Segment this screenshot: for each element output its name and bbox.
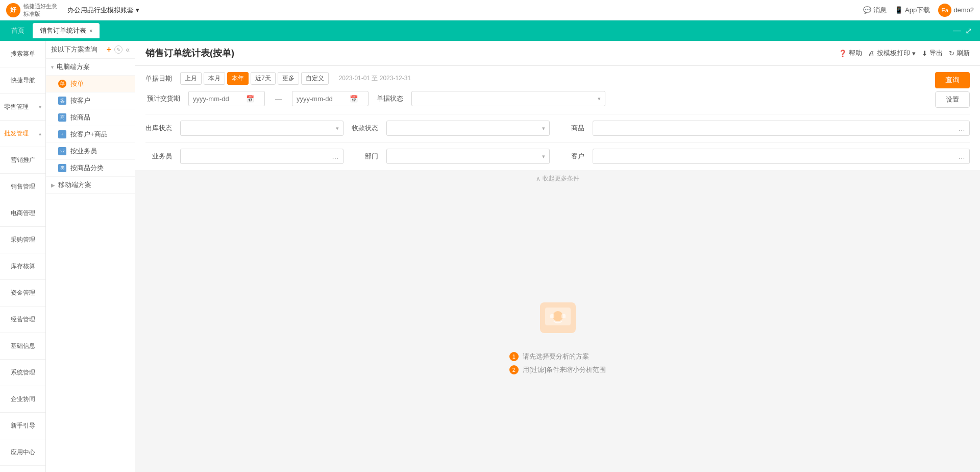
filter-row-4: 业务员 … 部门 ▾ 客户 …: [145, 149, 970, 164]
scheme-item-by-order[interactable]: 单 按单: [46, 76, 135, 92]
tab-home[interactable]: 首页: [4, 23, 32, 38]
goods-dots-icon[interactable]: …: [958, 124, 965, 132]
avatar: Ea: [938, 4, 951, 17]
print-arrow-icon: ▾: [912, 50, 916, 57]
app-download-btn[interactable]: 📱 App下载: [895, 6, 930, 15]
scheme-item-by-customer-goods[interactable]: + 按客户+商品: [46, 126, 135, 143]
message-btn[interactable]: 💬 消息: [863, 6, 887, 15]
sidebar-item-purchase[interactable]: 采购管理: [0, 227, 45, 253]
dept-select[interactable]: ▾: [386, 149, 550, 164]
date-btn-7days[interactable]: 近7天: [251, 72, 276, 85]
mobile-group-arrow-icon: ▶: [51, 182, 55, 188]
refresh-btn[interactable]: ↻ 刷新: [949, 49, 970, 58]
scheme-icon-goods: 商: [58, 113, 66, 122]
customer-select[interactable]: …: [593, 149, 970, 164]
nav-tab-actions: — ⤢: [953, 26, 976, 36]
date-range-text: 2023-01-01 至 2023-12-31: [339, 74, 411, 83]
sidebar-item-search[interactable]: 搜索菜单: [0, 41, 45, 67]
empty-illustration: [527, 285, 589, 346]
pay-status-label: 收款状态: [352, 124, 378, 133]
scheme-group-mobile: ▶ 移动端方案: [46, 177, 135, 194]
empty-state: 1 请先选择要分析的方案 2 用[过滤]条件来缩小分析范围: [135, 187, 980, 472]
svg-rect-4: [561, 314, 566, 318]
filter-row-3: 出库状态 ▾ 收款状态 ▾ 商品 …: [145, 121, 970, 136]
sidebar-item-enterprise[interactable]: 企业协同: [0, 386, 45, 413]
collapse-panel-btn[interactable]: «: [126, 45, 130, 54]
right-action-col: 查询 设置: [935, 72, 970, 108]
sidebar-item-sales[interactable]: 销售管理: [0, 174, 45, 200]
sidebar-item-marketing[interactable]: 营销推广: [0, 147, 45, 174]
settings-btn[interactable]: 设置: [935, 91, 970, 108]
expected-date-end[interactable]: 📅: [292, 91, 369, 106]
sidebar-item-operations[interactable]: 经营管理: [0, 306, 45, 333]
salesman-dots-icon[interactable]: …: [332, 152, 339, 160]
page-header: 销售订单统计表(按单) ❓ 帮助 🖨 按模板打印 ▾ ⬇: [135, 41, 980, 66]
pay-status-select[interactable]: ▾: [386, 121, 550, 136]
sidebar-item-finance[interactable]: 资金管理: [0, 280, 45, 306]
sidebar-item-wechat[interactable]: 企业微信: [0, 466, 45, 472]
add-scheme-btn[interactable]: +: [107, 45, 111, 54]
expected-date-end-input[interactable]: [297, 95, 348, 103]
tab-close-icon[interactable]: ×: [89, 28, 92, 34]
wholesale-expand-icon: ▴: [39, 131, 41, 136]
sidebar-item-wholesale[interactable]: 批发管理 ▴: [0, 121, 45, 147]
tab-sales-order[interactable]: 销售订单统计表 ×: [33, 23, 100, 38]
sidebar-item-appstore[interactable]: 应用中心: [0, 439, 45, 466]
top-bar: 好 畅捷通好生意 标准版 办公用品行业模拟账套 ▾ 💬 消息 📱 App下载 E…: [0, 0, 980, 20]
sidebar-item-inventory[interactable]: 库存核算: [0, 253, 45, 280]
expected-date-label: 预计交货期: [145, 94, 180, 103]
customer-dots-icon[interactable]: …: [958, 152, 965, 160]
date-btn-this-year[interactable]: 本年: [227, 72, 249, 85]
sidebar-item-ecommerce[interactable]: 电商管理: [0, 200, 45, 227]
left-panel: 按以下方案查询 + ✎ « ▾ 电脑端方案 单 按单: [46, 41, 135, 472]
sidebar-item-basics[interactable]: 基础信息: [0, 333, 45, 360]
expected-date-start-input[interactable]: [193, 95, 244, 103]
ship-arrow-icon: ▾: [336, 125, 339, 132]
empty-hint-2: 2 用[过滤]条件来缩小分析范围: [509, 365, 606, 374]
edit-scheme-btn[interactable]: ✎: [114, 45, 122, 54]
minimize-window-icon[interactable]: —: [953, 26, 961, 35]
user-menu[interactable]: Ea demo2: [938, 4, 974, 17]
date-btn-this-month[interactable]: 本月: [204, 72, 225, 85]
dept-label: 部门: [352, 152, 378, 161]
salesman-select[interactable]: …: [180, 149, 344, 164]
status-select[interactable]: ▾: [411, 91, 605, 106]
sidebar-item-newbie[interactable]: 新手引导: [0, 413, 45, 439]
workspace-selector[interactable]: 办公用品行业模拟账套 ▾: [67, 6, 139, 15]
print-btn[interactable]: 🖨 按模板打印 ▾: [868, 49, 916, 58]
ship-status-select[interactable]: ▾: [180, 121, 344, 136]
dept-arrow-icon: ▾: [542, 153, 545, 160]
help-btn[interactable]: ❓ 帮助: [839, 49, 862, 58]
hint-2-num: 2: [509, 365, 519, 374]
query-btn[interactable]: 查询: [935, 72, 970, 88]
sidebar-item-system[interactable]: 系统管理: [0, 360, 45, 386]
expected-date-start[interactable]: 📅: [188, 91, 265, 106]
date-btn-more[interactable]: 更多: [278, 72, 299, 85]
sidebar-item-shortcut[interactable]: 快捷导航: [0, 67, 45, 94]
filter-row-2: 预计交货期 📅 — 📅 单据状态: [145, 91, 927, 106]
scheme-item-by-goods[interactable]: 商 按商品: [46, 109, 135, 126]
customer-label: 客户: [558, 152, 584, 161]
export-btn[interactable]: ⬇ 导出: [922, 49, 943, 58]
pc-group-arrow-icon: ▾: [51, 64, 54, 70]
date-btn-last-month[interactable]: 上月: [180, 72, 202, 85]
expand-window-icon[interactable]: ⤢: [965, 26, 972, 36]
sidebar-item-retail[interactable]: 零售管理 ▾: [0, 94, 45, 121]
scheme-item-by-salesman[interactable]: 业 按业务员: [46, 143, 135, 160]
logo-text: 畅捷通好生意 标准版: [23, 3, 57, 17]
app-download-icon: 📱: [895, 6, 903, 14]
scheme-item-by-goods-category[interactable]: 类 按商品分类: [46, 160, 135, 177]
scheme-group-mobile-header[interactable]: ▶ 移动端方案: [46, 177, 135, 194]
date-btn-group: 上月 本月 本年 近7天 更多 自定义: [180, 72, 329, 85]
pay-arrow-icon: ▾: [542, 125, 545, 132]
scheme-group-pc-header[interactable]: ▾ 电脑端方案: [46, 59, 135, 76]
scheme-item-by-customer[interactable]: 客 按客户: [46, 92, 135, 109]
nav-tabs: 首页 销售订单统计表 × — ⤢: [0, 20, 980, 41]
empty-hint-1: 1 请先选择要分析的方案: [509, 352, 606, 361]
filter-divider-1: [145, 114, 970, 114]
collapse-bar[interactable]: ∧ 收起更多条件: [135, 170, 980, 187]
goods-select[interactable]: …: [593, 121, 970, 136]
right-panel: 销售订单统计表(按单) ❓ 帮助 🖨 按模板打印 ▾ ⬇: [135, 41, 980, 472]
scheme-icon-salesman: 业: [58, 147, 66, 155]
date-btn-custom[interactable]: 自定义: [301, 72, 329, 85]
